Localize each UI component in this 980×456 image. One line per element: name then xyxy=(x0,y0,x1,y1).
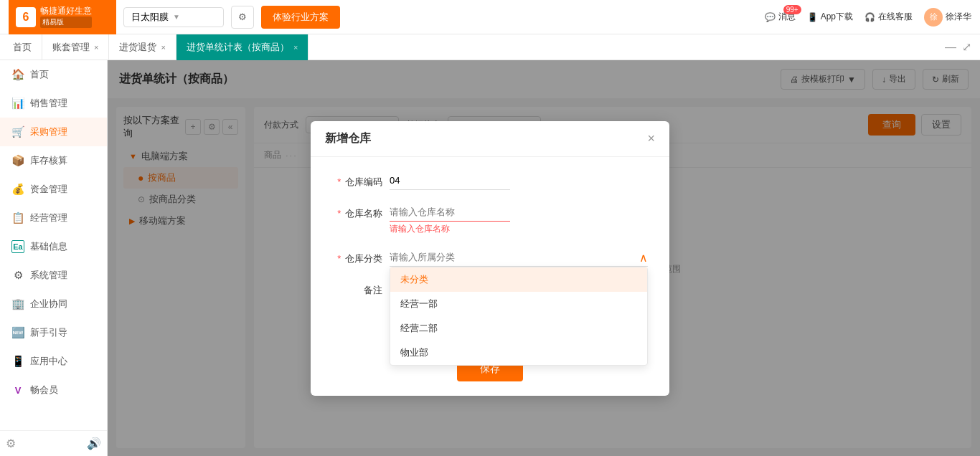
inventory-icon: 📦 xyxy=(11,154,24,167)
sidebar-item-purchase-label: 采购管理 xyxy=(30,125,67,138)
message-icon: 💬 xyxy=(765,12,776,22)
appstore-icon: 📱 xyxy=(11,355,24,368)
tab-account-close[interactable]: × xyxy=(94,43,98,52)
message-icon-item[interactable]: 💬 消息 99+ xyxy=(765,11,796,23)
enterprise-icon: 🏢 xyxy=(11,298,24,310)
tab-purchase-return-close[interactable]: × xyxy=(161,43,165,52)
name-field-label: * 仓库名称 xyxy=(332,203,382,220)
brand-name: 畅捷通好生意 xyxy=(40,6,92,17)
tab-bar-controls: — ⤢ xyxy=(945,40,977,54)
category-field-label: * 仓库分类 xyxy=(332,248,382,265)
user-profile[interactable]: 徐 徐泽华 xyxy=(924,8,971,27)
guide-icon: 🆕 xyxy=(11,326,24,339)
vip-icon: V xyxy=(11,384,24,396)
app-download-item[interactable]: 📱 App下载 xyxy=(807,11,853,23)
trial-button[interactable]: 体验行业方案 xyxy=(261,6,340,29)
sidebar-item-guide-label: 新手引导 xyxy=(30,326,67,339)
online-service-item[interactable]: 🎧 在线客服 xyxy=(864,11,913,23)
finance-icon: 💰 xyxy=(11,183,24,196)
sales-icon: 📊 xyxy=(11,97,24,110)
category-select-wrap: ∧ 未分类 经营一部 经营二部 物业部 xyxy=(390,248,648,267)
edition-badge: 精易版 xyxy=(40,16,92,28)
required-star-name: * xyxy=(337,208,341,219)
message-badge: 99+ xyxy=(783,5,801,14)
service-label: 在线客服 xyxy=(878,11,913,23)
dropdown-option-uncategorized[interactable]: 未分类 xyxy=(390,267,647,292)
settings-icon[interactable]: ⚙ xyxy=(231,6,254,29)
sidebar-item-appstore[interactable]: 📱 应用中心 xyxy=(0,347,107,376)
username: 徐泽华 xyxy=(946,11,971,23)
sidebar-item-vip-label: 畅会员 xyxy=(30,384,58,396)
sidebar-item-basic-label: 基础信息 xyxy=(30,240,67,253)
form-row-name: * 仓库名称 请输入仓库名称 xyxy=(332,203,648,235)
tab-purchase-return[interactable]: 进货退货 × xyxy=(109,34,176,60)
logo-area: 6 畅捷通好生意 精易版 xyxy=(9,0,116,34)
sidebar-item-home[interactable]: 🏠 首页 xyxy=(0,60,107,89)
store-name: 日太阳膜 xyxy=(131,11,169,24)
sidebar-item-enterprise[interactable]: 🏢 企业协同 xyxy=(0,290,107,318)
dropdown-option-dept2[interactable]: 经营二部 xyxy=(390,316,647,341)
name-error-message: 请输入仓库名称 xyxy=(390,223,648,235)
tab-account-label: 账套管理 xyxy=(52,41,90,54)
sidebar-sound-icon[interactable]: 🔊 xyxy=(87,437,101,450)
sidebar-item-finance-label: 资金管理 xyxy=(30,183,67,196)
avatar: 徐 xyxy=(924,8,943,27)
modal-overlay: 新增仓库 × * 仓库编码 xyxy=(108,60,980,456)
sidebar-item-enterprise-label: 企业协同 xyxy=(30,298,67,310)
modal-close-button[interactable]: × xyxy=(647,131,655,146)
tab-account[interactable]: 账套管理 × xyxy=(42,34,109,60)
category-dropdown: 未分类 经营一部 经营二部 物业部 xyxy=(390,267,648,366)
modal-body: * 仓库编码 * 仓库名称 xyxy=(311,157,669,350)
name-input[interactable] xyxy=(390,203,510,222)
dropdown-option-property[interactable]: 物业部 xyxy=(390,341,647,365)
modal-add-warehouse: 新增仓库 × * 仓库编码 xyxy=(311,121,669,396)
tab-purchase-return-label: 进货退货 xyxy=(119,41,156,54)
remark-field-label: 备注 xyxy=(332,280,382,297)
modal-header: 新增仓库 × xyxy=(311,121,669,157)
dropdown-option-dept1[interactable]: 经营一部 xyxy=(390,292,647,316)
sidebar-item-guide[interactable]: 🆕 新手引导 xyxy=(0,318,107,347)
sidebar-item-finance[interactable]: 💰 资金管理 xyxy=(0,175,107,204)
tab-bar: 首页 账套管理 × 进货退货 × 进货单统计表（按商品） × — ⤢ xyxy=(0,34,980,60)
sidebar-item-appstore-label: 应用中心 xyxy=(30,355,67,368)
tab-home-label: 首页 xyxy=(13,41,32,54)
content-area: 进货单统计（按商品） 🖨 按模板打印 ▼ ↓ 导出 ↻ 刷新 xyxy=(108,60,980,456)
required-star-category: * xyxy=(337,253,341,264)
sidebar-item-basic[interactable]: Ea 基础信息 xyxy=(0,232,107,261)
tab-minimize-icon[interactable]: — xyxy=(945,41,956,54)
category-input[interactable] xyxy=(390,248,648,267)
headset-icon: 🎧 xyxy=(864,12,875,22)
sidebar-item-system[interactable]: ⚙ 系统管理 xyxy=(0,261,107,290)
sidebar-item-vip[interactable]: V 畅会员 xyxy=(0,376,107,404)
system-icon: ⚙ xyxy=(11,269,24,282)
tab-expand-icon[interactable]: ⤢ xyxy=(962,40,971,54)
sidebar-item-sales-label: 销售管理 xyxy=(30,97,67,110)
select-arrow-icon[interactable]: ∧ xyxy=(639,250,648,264)
sidebar-item-purchase[interactable]: 🛒 采购管理 xyxy=(0,118,107,146)
code-field-wrap xyxy=(390,171,648,190)
sidebar-item-operation-label: 经营管理 xyxy=(30,212,67,224)
phone-icon: 📱 xyxy=(807,12,818,22)
name-field-wrap: 请输入仓库名称 xyxy=(390,203,648,235)
sidebar: 🏠 首页 📊 销售管理 🛒 采购管理 📦 库存核算 💰 资金管理 📋 经营管理 … xyxy=(0,60,108,456)
tab-purchase-stats-close[interactable]: × xyxy=(293,43,298,52)
sidebar-item-sales[interactable]: 📊 销售管理 xyxy=(0,89,107,118)
basic-icon: Ea xyxy=(11,240,24,253)
sidebar-settings-icon[interactable]: ⚙ xyxy=(6,437,16,450)
code-input[interactable] xyxy=(390,171,510,190)
operation-icon: 📋 xyxy=(11,212,24,224)
sidebar-item-operation[interactable]: 📋 经营管理 xyxy=(0,204,107,232)
purchase-icon: 🛒 xyxy=(11,125,24,138)
tab-home[interactable]: 首页 xyxy=(3,34,42,60)
sidebar-bottom: ⚙ 🔊 xyxy=(0,430,107,456)
chevron-down-icon: ▼ xyxy=(173,13,180,21)
modal-title: 新增仓库 xyxy=(325,131,371,146)
tab-purchase-stats[interactable]: 进货单统计表（按商品） × xyxy=(176,34,308,60)
store-selector[interactable]: 日太阳膜 ▼ xyxy=(123,7,224,27)
home-icon: 🏠 xyxy=(11,68,24,81)
form-row-category: * 仓库分类 ∧ 未分类 经营一部 经营二部 物业部 xyxy=(332,248,648,267)
sidebar-item-inventory[interactable]: 📦 库存核算 xyxy=(0,146,107,175)
app-label: App下载 xyxy=(821,11,853,23)
sidebar-item-system-label: 系统管理 xyxy=(30,269,67,282)
code-field-label: * 仓库编码 xyxy=(332,171,382,189)
